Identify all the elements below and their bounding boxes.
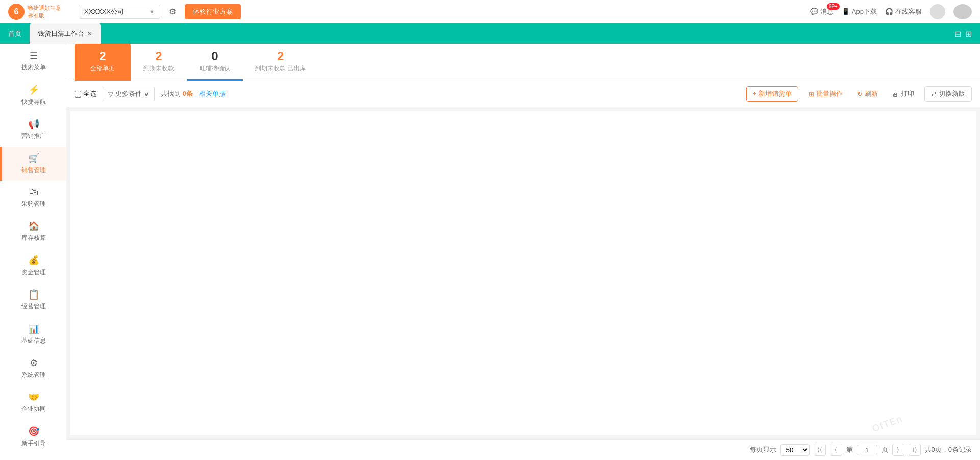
header-right: 💬 消息 99+ 📱 App下载 🎧 在线客服	[810, 4, 972, 19]
switch-version-button[interactable]: ⇄ 切换新版	[924, 86, 972, 102]
page-size-select[interactable]: 50 100 200	[780, 444, 810, 456]
page-last-button[interactable]: ⟩⟩	[909, 444, 921, 456]
sidebar-item-marketing[interactable]: 📢 营销推广	[0, 112, 66, 147]
avatar[interactable]	[930, 4, 945, 19]
stat-overdue-unshipped-number: 2	[277, 50, 284, 62]
filter-chevron-icon: ∨	[144, 90, 149, 98]
sidebar-item-app-center[interactable]: 📦 应用中心	[0, 454, 66, 460]
stat-all-label: 全部单据	[90, 64, 115, 73]
stat-tab-overdue-unshipped[interactable]: 2 到期未收款 已出库	[243, 44, 318, 81]
footer-bar: 每页显示 50 100 200 ⟨⟨ ⟨ 第 1 页 ⟩ ⟩⟩ 共0页，0条记录	[66, 439, 980, 460]
app-download-label: App下载	[852, 7, 877, 16]
page-first-button[interactable]: ⟨⟨	[814, 444, 826, 456]
trial-button[interactable]: 体验行业方案	[185, 4, 241, 19]
sidebar-item-cooperation-label: 企业协同	[21, 405, 46, 414]
tab-work-label: 钱货日清工作台	[38, 29, 84, 38]
add-sales-order-button[interactable]: + 新增销货单	[746, 86, 798, 102]
stat-wangpu-label: 旺辅待确认	[200, 64, 230, 73]
guide-icon: 🎯	[28, 426, 39, 437]
switch-label: 切换新版	[939, 89, 965, 99]
tab-expand-icon[interactable]: ⊞	[965, 29, 972, 39]
company-selector[interactable]: XXXXXX公司 ▼	[79, 5, 160, 19]
operations-icon: 📋	[28, 289, 39, 300]
print-button[interactable]: 🖨 打印	[888, 87, 918, 101]
app-download-button[interactable]: 📱 App下载	[842, 7, 877, 16]
logo-text: 畅捷通好生意 标准版	[28, 4, 61, 19]
page-next-button[interactable]: ⟩	[892, 444, 904, 456]
sidebar-item-system[interactable]: ⚙ 系统管理	[0, 351, 66, 385]
chevron-down-icon: ▼	[149, 9, 155, 15]
sidebar-item-purchase-label: 采购管理	[21, 200, 46, 208]
sidebar-item-operations-label: 经营管理	[21, 302, 46, 311]
stat-tab-all[interactable]: 2 全部单据	[75, 44, 131, 81]
sidebar-item-quick-nav[interactable]: ⚡ 快捷导航	[0, 78, 66, 112]
sidebar-item-sales-label: 销售管理	[21, 166, 46, 175]
page-unit: 页	[881, 445, 888, 454]
sidebar-item-guide[interactable]: 🎯 新手引导	[0, 420, 66, 454]
sidebar-item-search[interactable]: ☰ 搜索菜单	[0, 44, 66, 78]
filter-button[interactable]: ▽ 更多条件 ∨	[103, 87, 155, 101]
per-page-label: 每页显示	[750, 445, 776, 454]
sales-icon: 🛒	[28, 153, 39, 164]
logo-area: 6 畅捷通好生意 标准版	[8, 4, 75, 20]
filter-label: 更多条件	[115, 89, 142, 99]
sidebar-item-sales[interactable]: 🛒 销售管理	[0, 147, 66, 181]
service-icon: 🎧	[885, 8, 893, 15]
message-icon: 💬	[810, 8, 818, 15]
sidebar-item-basic-info[interactable]: 📊 基础信息	[0, 317, 66, 351]
batch-operation-button[interactable]: ⊞ 批量操作	[804, 87, 847, 101]
top-header: 6 畅捷通好生意 标准版 XXXXXX公司 ▼ ⚙ 体验行业方案 💬 消息 99…	[0, 0, 980, 23]
sidebar-item-search-label: 搜索菜单	[21, 63, 46, 72]
sidebar-item-inventory-label: 库存核算	[21, 234, 46, 243]
stat-tab-wangpu[interactable]: 0 旺辅待确认	[187, 44, 243, 81]
online-service-button[interactable]: 🎧 在线客服	[885, 7, 922, 16]
sidebar-item-operations[interactable]: 📋 经营管理	[0, 283, 66, 317]
refresh-icon: ↻	[857, 90, 863, 98]
online-service-label: 在线客服	[895, 7, 922, 16]
sidebar-item-system-label: 系统管理	[21, 371, 46, 379]
tab-home[interactable]: 首页	[0, 23, 30, 44]
refresh-button[interactable]: ↻ 刷新	[853, 87, 882, 101]
stat-tab-overdue[interactable]: 2 到期未收款	[131, 44, 187, 81]
settings-button[interactable]: ⚙	[164, 4, 181, 20]
sidebar-item-finance[interactable]: 💰 资金管理	[0, 249, 66, 283]
tab-work[interactable]: 钱货日清工作台 ✕	[30, 23, 101, 44]
purchase-icon: 🛍	[29, 187, 38, 198]
stat-overdue-label: 到期未收款	[143, 64, 174, 73]
filter-icon: ▽	[108, 90, 113, 98]
search-menu-icon: ☰	[30, 50, 38, 61]
sidebar-item-finance-label: 资金管理	[21, 268, 46, 277]
sidebar: ☰ 搜索菜单 ⚡ 快捷导航 📢 营销推广 🛒 销售管理 🛍 采购管理 🏠 库存核…	[0, 44, 66, 460]
logo-icon: 6	[8, 4, 24, 20]
found-text: 共找到 0条	[161, 89, 193, 99]
finance-icon: 💰	[28, 255, 39, 266]
message-button[interactable]: 💬 消息 99+	[810, 7, 834, 16]
select-all-checkbox[interactable]	[75, 91, 81, 98]
main-layout: ☰ 搜索菜单 ⚡ 快捷导航 📢 营销推广 🛒 销售管理 🛍 采购管理 🏠 库存核…	[0, 44, 980, 460]
toolbar: 全选 ▽ 更多条件 ∨ 共找到 0条 相关单据 + 新增销货单 ⊞ 批量操作 ↻	[66, 81, 980, 107]
stat-wangpu-number: 0	[211, 50, 218, 62]
related-link[interactable]: 相关单据	[199, 89, 226, 99]
table-area	[70, 111, 976, 435]
page-prev-button[interactable]: ⟨	[830, 444, 842, 456]
stats-tabs: 2 全部单据 2 到期未收款 0 旺辅待确认 2 到期未收款 已出库	[66, 44, 980, 81]
company-name: XXXXXX公司	[84, 7, 146, 16]
inventory-icon: 🏠	[28, 221, 39, 232]
download-icon: 📱	[842, 8, 850, 15]
print-label: 打印	[901, 89, 914, 99]
sidebar-item-cooperation[interactable]: 🤝 企业协同	[0, 385, 66, 420]
username-display[interactable]	[953, 4, 972, 19]
message-badge: 99+	[827, 3, 840, 10]
page-label: 第	[846, 445, 853, 454]
page-number-input[interactable]: 1	[857, 445, 877, 455]
select-all-group: 全选	[75, 89, 96, 99]
tab-close-icon[interactable]: ✕	[87, 30, 92, 37]
tab-minimize-icon[interactable]: ⊟	[954, 29, 961, 39]
refresh-label: 刷新	[865, 89, 878, 99]
system-icon: ⚙	[30, 357, 38, 369]
quick-nav-icon: ⚡	[28, 84, 39, 95]
sidebar-item-purchase[interactable]: 🛍 采购管理	[0, 181, 66, 214]
sidebar-item-inventory[interactable]: 🏠 库存核算	[0, 214, 66, 249]
total-record-text: 共0页，0条记录	[925, 445, 972, 454]
stat-overdue-number: 2	[155, 50, 162, 62]
